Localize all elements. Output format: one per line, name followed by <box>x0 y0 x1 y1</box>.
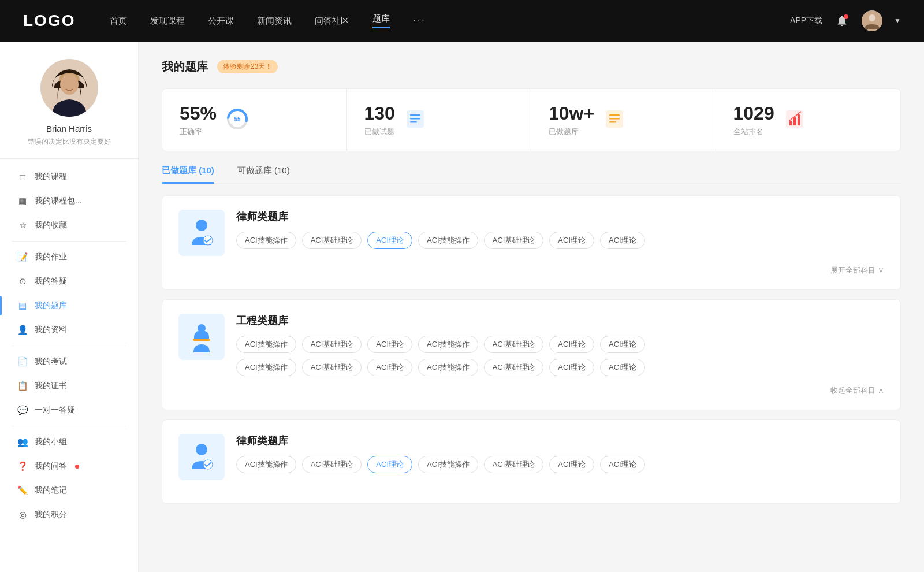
user-motto: 错误的决定比没有决定要好 <box>28 137 111 147</box>
stat-accuracy-value: 55% <box>180 103 217 124</box>
avatar-dropdown-arrow[interactable]: ▼ <box>894 17 901 25</box>
tag-4[interactable]: ACI基础理论 <box>484 232 544 249</box>
logo[interactable]: LOGO <box>23 12 75 30</box>
sidebar-item-points-label: 我的积分 <box>35 510 67 520</box>
app-download[interactable]: APP下载 <box>790 16 822 26</box>
tag-6[interactable]: ACI理论 <box>600 232 645 249</box>
tag-1[interactable]: ACI基础理论 <box>302 232 362 249</box>
nav-qa[interactable]: 问答社区 <box>315 16 349 27</box>
sidebar-item-points[interactable]: ◎ 我的积分 <box>0 503 138 527</box>
eng-tag-5[interactable]: ACI理论 <box>549 336 594 353</box>
sidebar-item-one-on-one[interactable]: 💬 一对一答疑 <box>0 398 138 422</box>
eng-tag-1[interactable]: ACI基础理论 <box>302 336 362 353</box>
exam-icon: 📄 <box>17 356 28 367</box>
sidebar-item-course-package-label: 我的课程包... <box>35 196 82 206</box>
sidebar-item-qa[interactable]: ⊙ 我的答疑 <box>0 269 138 294</box>
qbank-lawyer-1-title: 律师类题库 <box>236 210 884 224</box>
eng-tag-0[interactable]: ACI技能操作 <box>236 336 296 353</box>
l2-tag-6[interactable]: ACI理论 <box>600 456 645 473</box>
sidebar-item-qbank[interactable]: ▤ 我的题库 <box>0 294 138 318</box>
eng-tag-12[interactable]: ACI理论 <box>549 359 594 376</box>
stat-accuracy: 55% 正确率 55 <box>162 89 347 151</box>
navbar-right: APP下载 ▼ <box>790 10 901 31</box>
l2-tag-1[interactable]: ACI基础理论 <box>302 456 362 473</box>
sidebar-item-course-package[interactable]: ▦ 我的课程包... <box>0 189 138 213</box>
list-blue-icon <box>404 108 426 132</box>
avatar[interactable] <box>862 10 882 31</box>
l2-tag-0[interactable]: ACI技能操作 <box>236 456 296 473</box>
svg-point-20 <box>196 220 207 231</box>
stat-banks-value: 10w+ <box>549 103 594 124</box>
qbank-engineer-collapse[interactable]: 收起全部科目 ∧ <box>178 385 884 396</box>
stat-rank: 1029 全站排名 <box>716 89 901 151</box>
eng-tag-8[interactable]: ACI基础理论 <box>302 359 362 376</box>
eng-tag-13[interactable]: ACI理论 <box>600 359 645 376</box>
sidebar-item-group[interactable]: 👥 我的小组 <box>0 430 138 454</box>
sidebar-item-homework[interactable]: 📝 我的作业 <box>0 245 138 269</box>
l2-tag-2[interactable]: ACI理论 <box>367 456 412 473</box>
eng-tag-3[interactable]: ACI技能操作 <box>418 336 478 353</box>
tag-0[interactable]: ACI技能操作 <box>236 232 296 249</box>
qa-icon: ⊙ <box>17 276 28 287</box>
eng-tag-9[interactable]: ACI理论 <box>367 359 412 376</box>
eng-tag-4[interactable]: ACI基础理论 <box>484 336 544 353</box>
qbank-lawyer-icon-1 <box>178 210 225 256</box>
sidebar-item-profile[interactable]: 👤 我的资料 <box>0 318 138 342</box>
qbank-engineer-tags-row1: ACI技能操作 ACI基础理论 ACI理论 ACI技能操作 ACI基础理论 AC… <box>236 336 884 353</box>
tag-5[interactable]: ACI理论 <box>549 232 594 249</box>
sidebar-item-notes[interactable]: ✏️ 我的笔记 <box>0 478 138 503</box>
tag-2[interactable]: ACI理论 <box>367 232 412 249</box>
l2-tag-4[interactable]: ACI基础理论 <box>484 456 544 473</box>
sidebar-item-certificate-label: 我的证书 <box>35 381 67 391</box>
svg-point-1 <box>869 14 875 21</box>
l2-tag-3[interactable]: ACI技能操作 <box>418 456 478 473</box>
lawyer-icon-2 <box>186 441 217 473</box>
sidebar-item-exam[interactable]: 📄 我的考试 <box>0 350 138 374</box>
nav-open-course[interactable]: 公开课 <box>208 16 234 27</box>
certificate-icon: 📋 <box>17 381 28 391</box>
svg-rect-17 <box>789 121 792 125</box>
nav-news[interactable]: 新闻资讯 <box>257 16 292 27</box>
svg-rect-14 <box>609 118 620 120</box>
sidebar-item-questions[interactable]: ❓ 我的问答 <box>0 454 138 478</box>
qbank-lawyer-2-tags: ACI技能操作 ACI基础理论 ACI理论 ACI技能操作 ACI基础理论 AC… <box>236 456 884 473</box>
navbar: LOGO 首页 发现课程 公开课 新闻资讯 问答社区 题库 ··· APP下载 … <box>0 0 924 42</box>
sidebar: Brian Harris 错误的决定比没有决定要好 □ 我的课程 ▦ 我的课程包… <box>0 42 139 572</box>
eng-tag-2[interactable]: ACI理论 <box>367 336 412 353</box>
eng-tag-7[interactable]: ACI技能操作 <box>236 359 296 376</box>
nav-home[interactable]: 首页 <box>110 16 127 27</box>
sidebar-item-group-label: 我的小组 <box>35 437 67 447</box>
notification-bell[interactable] <box>834 13 850 29</box>
nav-more[interactable]: ··· <box>413 16 426 26</box>
sidebar-item-courses[interactable]: □ 我的课程 <box>0 165 138 189</box>
stat-rank-label: 全站排名 <box>733 127 774 137</box>
sidebar-item-questions-label: 我的问答 <box>35 461 67 471</box>
sidebar-avatar <box>40 59 98 117</box>
eng-tag-11[interactable]: ACI基础理论 <box>484 359 544 376</box>
engineer-icon <box>186 321 217 352</box>
qbank-lawyer-icon-2 <box>178 434 225 480</box>
list-orange-icon <box>603 108 625 132</box>
eng-tag-6[interactable]: ACI理论 <box>600 336 645 353</box>
svg-text:55: 55 <box>234 116 241 122</box>
qbank-lawyer-1-expand[interactable]: 展开全部科目 ∨ <box>178 265 884 276</box>
notes-icon: ✏️ <box>17 485 28 496</box>
svg-point-4 <box>60 74 79 95</box>
divider-2 <box>12 346 126 346</box>
lawyer-icon <box>186 217 217 248</box>
qbank-card-engineer: 工程类题库 ACI技能操作 ACI基础理论 ACI理论 ACI技能操作 ACI基… <box>162 299 901 410</box>
sidebar-item-certificate[interactable]: 📋 我的证书 <box>0 374 138 398</box>
nav-qbank[interactable]: 题库 <box>372 13 390 28</box>
sidebar-item-favorites[interactable]: ☆ 我的收藏 <box>0 213 138 237</box>
svg-point-24 <box>196 444 207 455</box>
main-content: 我的题库 体验剩余23天！ 55% 正确率 55 <box>139 42 924 572</box>
sidebar-item-exam-label: 我的考试 <box>35 356 67 367</box>
tab-done[interactable]: 已做题库 (10) <box>162 165 214 183</box>
l2-tag-5[interactable]: ACI理论 <box>549 456 594 473</box>
sidebar-item-one-on-one-label: 一对一答疑 <box>35 405 75 415</box>
eng-tag-10[interactable]: ACI技能操作 <box>418 359 478 376</box>
tag-3[interactable]: ACI技能操作 <box>418 232 478 249</box>
tab-available[interactable]: 可做题库 (10) <box>237 165 290 183</box>
nav-discover[interactable]: 发现课程 <box>150 16 185 27</box>
sidebar-item-notes-label: 我的笔记 <box>35 485 67 496</box>
